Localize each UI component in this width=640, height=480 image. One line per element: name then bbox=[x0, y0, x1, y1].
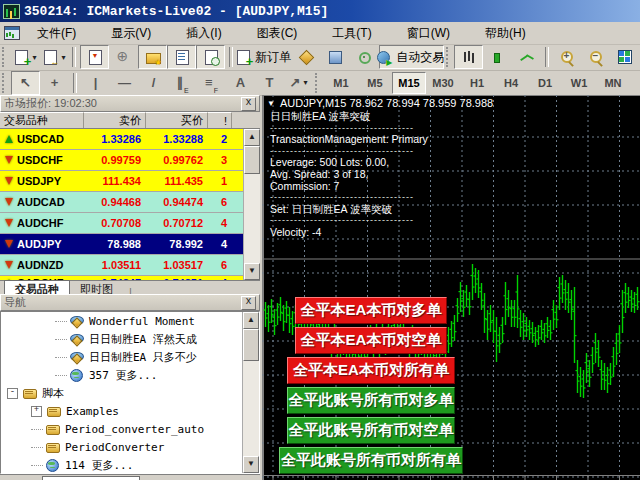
comment-line-0: 日日制胜EA 波率突破 bbox=[270, 111, 428, 123]
new-chart-button[interactable]: ▾ bbox=[10, 45, 39, 69]
toolbar-grip[interactable] bbox=[315, 73, 321, 93]
market-watch-scroll-thumb[interactable] bbox=[244, 146, 260, 174]
navigator-scroll-down-arrow[interactable]: ▼ bbox=[243, 456, 259, 473]
menu-item-4[interactable]: 工具(T) bbox=[321, 23, 382, 44]
column-header-2[interactable]: 买价 bbox=[146, 112, 208, 128]
market-watch-close-button[interactable]: x bbox=[241, 97, 256, 111]
market-row-cadchf[interactable]: CADCHF0.748470.748514 bbox=[0, 276, 243, 280]
chart-window[interactable]: ▼ AUDJPY,M15 78.962 78.994 78.959 78.988… bbox=[262, 95, 640, 480]
menu-item-0[interactable]: 文件(F) bbox=[26, 23, 87, 44]
timeframe-h1[interactable]: H1 bbox=[460, 72, 494, 94]
menu-item-2[interactable]: 插入(I) bbox=[175, 23, 232, 44]
navigator-scroll-thumb[interactable] bbox=[243, 329, 259, 361]
arrows-tool-button[interactable]: ↗▾ bbox=[284, 71, 313, 95]
alerts-button[interactable] bbox=[350, 45, 379, 69]
timeframe-mn[interactable]: MN bbox=[596, 72, 630, 94]
metaquotes-button[interactable] bbox=[321, 45, 350, 69]
market-watch-scroll-down-arrow[interactable]: ▼ bbox=[244, 263, 260, 280]
timeframe-m5[interactable]: M5 bbox=[358, 72, 392, 94]
market-row-audchf[interactable]: AUDCHF0.707080.707124 bbox=[0, 213, 243, 234]
data-window-button[interactable] bbox=[109, 45, 138, 69]
timeframe-m30[interactable]: M30 bbox=[426, 72, 460, 94]
menu-item-3[interactable]: 图表(C) bbox=[246, 23, 309, 44]
toolbar-grip[interactable] bbox=[446, 47, 451, 67]
column-header-0[interactable]: 交易品种 bbox=[0, 112, 84, 128]
close-ea-symbol-longs-button[interactable]: 全平本EA本币对多单 bbox=[295, 297, 447, 324]
market-watch-scroll-track[interactable] bbox=[244, 146, 260, 263]
new-order-button[interactable]: 新订单 bbox=[237, 45, 292, 69]
close-account-shorts-button[interactable]: 全平此账号所有币对空单 bbox=[287, 417, 455, 444]
equidistant-channel-button[interactable]: ∥E bbox=[168, 71, 197, 95]
navigator-scroll-up-arrow[interactable]: ▲ bbox=[243, 312, 259, 329]
tile-windows-button[interactable] bbox=[611, 45, 640, 69]
nav-item-more-114[interactable]: 114 更多... bbox=[1, 456, 242, 473]
timeframe-m15[interactable]: M15 bbox=[392, 72, 426, 94]
column-header-3[interactable]: ! bbox=[208, 112, 232, 128]
menu-item-5[interactable]: 窗口(W) bbox=[396, 23, 461, 44]
horizontal-line-button[interactable]: — bbox=[110, 71, 139, 95]
terminal-button[interactable] bbox=[167, 45, 196, 69]
nav-item-ea-zhiduobushao[interactable]: 日日制胜EA 只多不少 bbox=[1, 348, 242, 366]
nav-item-period-converter-auto[interactable]: Period_converter_auto bbox=[1, 420, 242, 438]
market-row-audjpy[interactable]: AUDJPY78.98878.9924 bbox=[0, 234, 243, 255]
market-watch-scroll-up-arrow[interactable]: ▲ bbox=[244, 129, 260, 146]
collapse-box-icon[interactable]: - bbox=[7, 388, 18, 399]
arrows-tool-icon: ↗ bbox=[290, 76, 301, 89]
navigator-close-button[interactable]: x bbox=[241, 296, 256, 310]
navigator-scrollbar[interactable]: ▲▼ bbox=[242, 312, 259, 473]
timeframe-m1[interactable]: M1 bbox=[324, 72, 358, 94]
menu-item-1[interactable]: 显示(V) bbox=[100, 23, 162, 44]
bid-cell: 0.94468 bbox=[84, 196, 146, 208]
market-row-audnzd[interactable]: AUDNZD1.035111.035176 bbox=[0, 255, 243, 276]
toolbar-grip[interactable] bbox=[2, 73, 8, 93]
market-watch-scrollbar[interactable]: ▲▼ bbox=[243, 129, 260, 280]
menu-item-6[interactable]: 帮助(H) bbox=[474, 23, 537, 44]
text-tool-button[interactable]: A bbox=[226, 71, 255, 95]
close-account-longs-button[interactable]: 全平此账号所有币对多单 bbox=[287, 387, 455, 414]
cursor-button[interactable]: ↖ bbox=[11, 71, 40, 95]
crosshair-tool-button[interactable]: + bbox=[40, 71, 69, 95]
navigator-partial-tab[interactable] bbox=[42, 476, 140, 480]
metaeditor-button[interactable] bbox=[292, 45, 321, 69]
text-label-tool-button[interactable]: T bbox=[255, 71, 284, 95]
close-account-all-button[interactable]: 全平此账号所有币对所有单 bbox=[279, 447, 463, 474]
vertical-line-button[interactable]: | bbox=[81, 71, 110, 95]
zoom-out-button[interactable]: − bbox=[582, 45, 611, 69]
zoom-in-button[interactable]: + bbox=[553, 45, 582, 69]
timeframe-w1[interactable]: W1 bbox=[562, 72, 596, 94]
fibonacci-retracement-button[interactable]: ≡F bbox=[197, 71, 226, 95]
market-row-usdcad[interactable]: USDCAD1.332861.332882 bbox=[0, 129, 243, 150]
chart-candles-button[interactable] bbox=[483, 45, 512, 69]
toolbar-grip[interactable] bbox=[2, 47, 7, 67]
close-ea-symbol-all-button[interactable]: 全平本EA本币对所有单 bbox=[287, 357, 455, 384]
chart-bars-button[interactable] bbox=[454, 45, 483, 69]
timeframe-h4[interactable]: H4 bbox=[494, 72, 528, 94]
autotrading-button[interactable]: 自动交易 bbox=[379, 45, 444, 69]
nav-item-ea-hunrantiancheng[interactable]: 日日制胜EA 浑然天成 bbox=[1, 330, 242, 348]
close-ea-symbol-shorts-button[interactable]: 全平本EA本币对空单 bbox=[295, 327, 447, 354]
toolbar-separator bbox=[73, 73, 77, 93]
nav-item-examples[interactable]: +Examples bbox=[1, 402, 242, 420]
market-row-audcad[interactable]: AUDCAD0.944680.944746 bbox=[0, 192, 243, 213]
nav-item-period-converter[interactable]: PeriodConverter bbox=[1, 438, 242, 456]
market-row-usdjpy[interactable]: USDJPY111.434111.4351 bbox=[0, 171, 243, 192]
chevron-down-icon[interactable]: ▼ bbox=[267, 99, 275, 108]
symbol-cell: CADCHF bbox=[0, 277, 84, 280]
nav-item-scripts[interactable]: -脚本 bbox=[1, 384, 242, 402]
bid-cell: 0.74847 bbox=[84, 277, 146, 280]
column-header-1[interactable]: 卖价 bbox=[84, 112, 146, 128]
trendline-button[interactable]: / bbox=[139, 71, 168, 95]
strategy-tester-button[interactable] bbox=[196, 45, 225, 69]
profiles-button[interactable]: ▾ bbox=[39, 45, 68, 69]
child-window-icon[interactable] bbox=[4, 26, 20, 40]
market-row-usdchf[interactable]: USDCHF0.997590.997623 bbox=[0, 150, 243, 171]
navigator-button[interactable] bbox=[138, 45, 167, 69]
nav-item-wonderful-moment[interactable]: Wonderful Moment bbox=[1, 312, 242, 330]
bid-cell: 1.33286 bbox=[84, 133, 146, 145]
nav-item-more-357[interactable]: 357 更多... bbox=[1, 366, 242, 384]
timeframe-d1[interactable]: D1 bbox=[528, 72, 562, 94]
market-watch-button[interactable] bbox=[80, 45, 109, 69]
chart-line-button[interactable] bbox=[512, 45, 541, 69]
navigator-scroll-track[interactable] bbox=[243, 329, 259, 456]
expand-box-icon[interactable]: + bbox=[31, 406, 42, 417]
